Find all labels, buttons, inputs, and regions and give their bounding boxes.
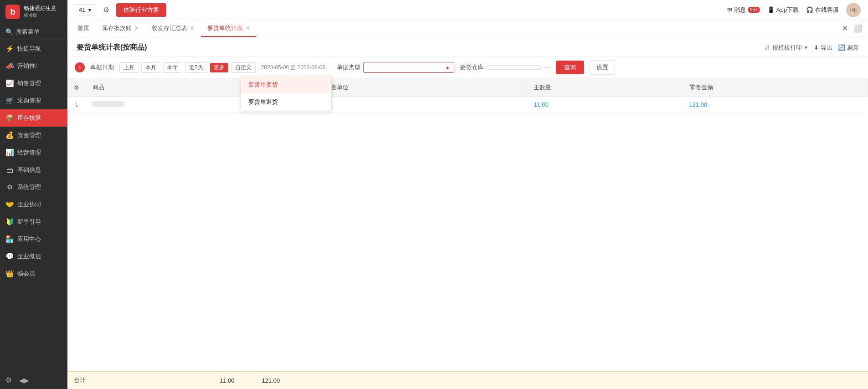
wechat-icon: 💬 — [5, 252, 14, 261]
messages-button[interactable]: ✉ 消息 99+ — [727, 6, 760, 14]
filter-expand-button[interactable]: › — [75, 62, 85, 72]
service-label: 在线客服 — [815, 6, 839, 14]
product-placeholder — [92, 101, 124, 107]
sidebar-item-wechat[interactable]: 💬 企业微信 — [0, 248, 67, 265]
tab-recv-summary-close[interactable]: ✕ — [190, 25, 195, 31]
warehouse-filter-wrap: 要货仓库 ··· — [460, 63, 550, 72]
warehouse-filter-select[interactable] — [486, 65, 541, 70]
print-button[interactable]: 🖨 按模板打印 ▼ — [765, 44, 808, 52]
date-btn-this-year[interactable]: 本年 — [163, 62, 182, 73]
tab-close-all-button[interactable]: ✕ — [840, 23, 850, 34]
export-button[interactable]: ⬇ 导出 — [814, 44, 832, 52]
date-btn-last-7[interactable]: 近7天 — [185, 62, 207, 73]
query-button[interactable]: 查询 — [556, 61, 584, 74]
tab-inventory-batch-close[interactable]: ✕ — [134, 25, 139, 31]
sidebar-item-finance[interactable]: 💰 资金管理 — [0, 127, 67, 144]
date-btn-custom[interactable]: 自定义 — [231, 62, 256, 73]
store-selector[interactable]: 41 ▼ — [75, 4, 96, 15]
sidebar-item-label: 经营管理 — [17, 148, 41, 157]
tabs-bar: 首页 库存批次账 ✕ 收发存汇总表 ✕ 要货单统计表 ✕ ✕ ⬜ — [67, 20, 868, 37]
topbar-settings-button[interactable]: ⚙ — [100, 4, 113, 16]
cell-unit: 块 — [312, 97, 527, 113]
table-row: 1 块 11.00 121.00 — [67, 97, 868, 113]
table-footer: 合计 11.00 121.00 — [67, 371, 868, 389]
date-shortcuts: 上月 本月 本年 近7天 更多 自定义 — [119, 62, 256, 73]
sidebar-item-purchase[interactable]: 🛒 采购管理 — [0, 92, 67, 109]
type-filter-label: 单据类型 — [337, 63, 360, 72]
data-table: ⚙ 商品 主计量单位 主数量 零售金额 — [67, 79, 868, 113]
tab-inventory-batch[interactable]: 库存批次账 ✕ — [96, 20, 145, 37]
tab-order-stat[interactable]: 要货单统计表 ✕ — [201, 20, 257, 37]
dropdown-item-order-goods[interactable]: 要货单要货 — [241, 76, 331, 93]
finance-icon: 💰 — [5, 131, 14, 139]
page-title: 要货单统计表(按商品) — [77, 43, 147, 52]
basic-icon: 🗃 — [5, 166, 14, 174]
sidebar-collapse-icon[interactable]: ◀▶ — [19, 377, 29, 384]
sidebar-item-quick-nav[interactable]: ⚡ 快捷导航 — [0, 40, 67, 57]
quick-nav-icon: ⚡ — [5, 45, 14, 53]
sidebar-item-ops[interactable]: 📊 经营管理 — [0, 144, 67, 161]
message-icon: ✉ — [727, 6, 732, 13]
filter-bar: › 单据日期 上月 本月 本年 近7天 更多 自定义 2023-05-06 至 … — [67, 56, 868, 79]
tab-maximize-button[interactable]: ⬜ — [852, 23, 864, 34]
tab-recv-summary[interactable]: 收发存汇总表 ✕ — [145, 20, 201, 37]
table-wrap: ⚙ 商品 主计量单位 主数量 零售金额 — [67, 79, 868, 371]
page-content: 要货单统计表(按商品) 🖨 按模板打印 ▼ ⬇ 导出 🔄 刷新 › — [67, 37, 868, 389]
app-download-button[interactable]: 📱 App下载 — [767, 6, 799, 14]
sidebar-item-label: 资金管理 — [17, 131, 41, 139]
refresh-button[interactable]: 🔄 刷新 — [838, 44, 859, 52]
tab-home[interactable]: 首页 — [71, 20, 96, 37]
sidebar-item-member[interactable]: 👑 畅会员 — [0, 265, 67, 282]
sidebar-item-inventory[interactable]: 📦 库存核算 — [0, 109, 67, 127]
date-btn-more[interactable]: 更多 — [210, 63, 228, 72]
sidebar-item-collab[interactable]: 🤝 企业协同 — [0, 196, 67, 213]
app-logo-icon: b — [5, 5, 20, 19]
message-badge: 99+ — [748, 7, 760, 13]
tab-home-label: 首页 — [77, 24, 89, 32]
date-range-display: 2023-05-06 至 2023-06-06 — [261, 64, 325, 72]
sidebar-item-label: 新手引导 — [17, 218, 41, 226]
warehouse-more-icon[interactable]: ··· — [544, 63, 550, 72]
col-settings[interactable]: ⚙ — [67, 79, 86, 97]
type-filter-select[interactable]: ▲ — [363, 62, 454, 73]
headset-icon: 🎧 — [806, 6, 813, 13]
type-filter-wrap: 单据类型 ▲ — [337, 62, 454, 73]
sidebar-item-label: 营销推广 — [17, 62, 41, 70]
inventory-icon: 📦 — [5, 114, 14, 122]
online-service-button[interactable]: 🎧 在线客服 — [806, 6, 839, 14]
sidebar-item-label: 快捷导航 — [17, 45, 41, 53]
dropdown-item-order-return[interactable]: 要货单退货 — [241, 93, 331, 111]
export-label: 导出 — [821, 44, 832, 52]
refresh-label: 刷新 — [847, 44, 859, 52]
cell-qty[interactable]: 11.00 — [527, 97, 683, 113]
tab-order-stat-close[interactable]: ✕ — [246, 25, 250, 31]
footer-amount: 121.00 — [262, 377, 308, 384]
page-header: 要货单统计表(按商品) 🖨 按模板打印 ▼ ⬇ 导出 🔄 刷新 — [67, 37, 868, 56]
sidebar-item-system[interactable]: ⚙ 系统管理 — [0, 179, 67, 196]
search-menu[interactable]: 🔍 搜索菜单 — [0, 24, 67, 40]
sales-icon: 📈 — [5, 79, 14, 87]
tab-recv-summary-label: 收发存汇总表 — [152, 24, 187, 32]
cell-no: 1 — [67, 97, 86, 113]
trial-industry-button[interactable]: 体验行业方案 — [116, 3, 166, 17]
date-btn-this-month[interactable]: 本月 — [141, 62, 160, 73]
sidebar-item-sales[interactable]: 📈 销售管理 — [0, 75, 67, 92]
marketing-icon: 📣 — [5, 62, 14, 70]
tabs-actions: ✕ ⬜ — [840, 23, 864, 34]
settings-icon[interactable]: ⚙ — [5, 376, 12, 384]
cell-amount[interactable]: 121.00 — [683, 97, 868, 113]
settings-button[interactable]: 设置 — [590, 60, 615, 75]
sidebar-item-basic[interactable]: 🗃 基础信息 — [0, 161, 67, 179]
sidebar-item-guide[interactable]: 🔰 新手引导 — [0, 213, 67, 230]
sidebar-item-appstore[interactable]: 🏪 应用中心 — [0, 230, 67, 248]
user-avatar[interactable]: Rit — [846, 3, 861, 17]
sidebar-item-marketing[interactable]: 📣 营销推广 — [0, 57, 67, 75]
sidebar-item-label: 应用中心 — [17, 235, 41, 243]
tab-order-stat-label: 要货单统计表 — [207, 24, 243, 32]
date-btn-last-month[interactable]: 上月 — [119, 62, 139, 73]
sidebar-nav: ⚡ 快捷导航 📣 营销推广 📈 销售管理 🛒 采购管理 📦 库存核算 💰 资金管… — [0, 40, 67, 371]
sidebar-item-label: 库存核算 — [17, 114, 41, 122]
search-menu-label: 搜索菜单 — [16, 28, 40, 36]
sidebar-item-label: 企业微信 — [17, 252, 41, 261]
app-title: 畅捷通好生意 — [24, 5, 56, 12]
